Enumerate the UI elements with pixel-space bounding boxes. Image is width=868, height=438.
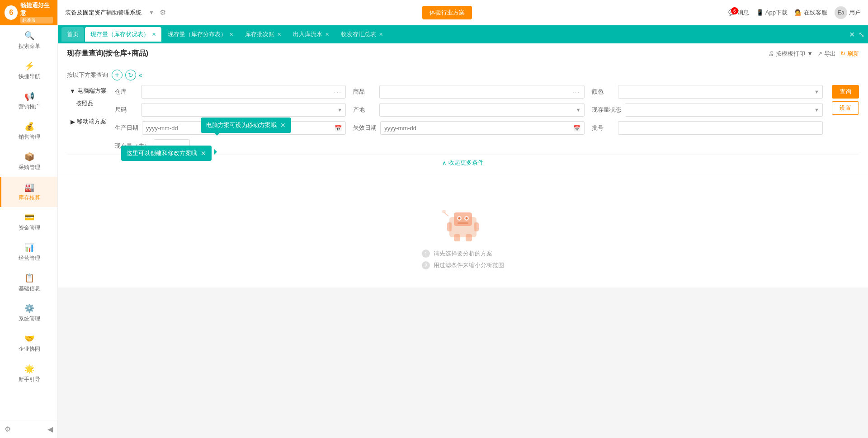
- color-label: 颜色: [592, 88, 614, 96]
- sidebar-item-system[interactable]: ⚙️ 系统管理: [0, 298, 57, 328]
- dots-icon: ···: [572, 88, 580, 95]
- add-scheme-btn[interactable]: +: [112, 70, 123, 80]
- empty-tips: 1 请先选择要分析的方案 2 用过滤条件来缩小分析范围: [422, 250, 504, 269]
- batch-label: 批号: [592, 124, 614, 132]
- empty-tip-2: 2 用过滤条件来缩小分析范围: [422, 261, 504, 269]
- sidebar-item-newbie[interactable]: 🌟 新手引导: [0, 358, 57, 389]
- main-container: 装备及固定资产辅助管理系统 ▼ ⚙ 体验行业方案 💬 6 消息 📱 App下载 …: [58, 0, 868, 438]
- scheme-pc-item[interactable]: ▼ 电脑端方案: [67, 85, 109, 97]
- sidebar-item-marketing[interactable]: 📢 营销推广: [0, 86, 57, 116]
- refresh-scheme-btn[interactable]: ↻: [125, 70, 136, 80]
- sidebar-item-basic[interactable]: 📋 基础信息: [0, 268, 57, 298]
- stock-status-select[interactable]: [625, 103, 823, 117]
- filter-header-row: 按以下方案查询 + ↻ «: [67, 70, 859, 80]
- industry-btn[interactable]: 体验行业方案: [422, 6, 472, 19]
- tab-home-label: 首页: [67, 30, 79, 38]
- message-badge: 6: [731, 7, 738, 14]
- size-select-wrap: ▼: [141, 103, 346, 117]
- search-btn[interactable]: 查询: [832, 85, 859, 99]
- collapse-icon: ∧: [442, 160, 447, 166]
- scheme-mobile-label: 移动端方案: [77, 118, 106, 126]
- search-icon: 🔍: [24, 31, 34, 41]
- exp-date-input[interactable]: [384, 125, 570, 132]
- close-all-icon[interactable]: ✕: [849, 30, 855, 39]
- back-btn[interactable]: «: [139, 71, 142, 79]
- tab-label: 现存量（库存分布表）: [168, 30, 226, 38]
- arrow-icon: ▶: [71, 118, 75, 125]
- tab-batch-account[interactable]: 库存批次账 ✕: [240, 27, 287, 42]
- logo-text: 畅捷通好生意 标准版: [20, 2, 53, 24]
- expand-icon[interactable]: ⤡: [859, 30, 864, 39]
- field-batch: 批号: [592, 121, 823, 135]
- app-download-action[interactable]: 📱 App下载: [756, 9, 788, 17]
- scheme-mobile-item[interactable]: ▶ 移动端方案: [67, 116, 109, 127]
- tab-close-icon[interactable]: ✕: [152, 32, 156, 38]
- sidebar-item-label: 资金管理: [19, 224, 40, 232]
- sidebar-item-finance[interactable]: 💳 资金管理: [0, 207, 57, 237]
- goods-label: 商品: [353, 88, 376, 96]
- tab-label: 现存量（库存状况表）: [90, 30, 149, 38]
- tip-num-1: 1: [422, 250, 430, 258]
- size-select[interactable]: [141, 103, 346, 117]
- export-btn[interactable]: ↗ 导出: [817, 50, 836, 58]
- template-print-btn[interactable]: 🖨 按模板打印 ▼: [768, 50, 813, 58]
- settings-icon[interactable]: ⚙: [5, 425, 11, 433]
- dots-icon: ···: [334, 88, 342, 95]
- collapse-label: 收起更多条件: [448, 159, 484, 167]
- system-icon: ⚙️: [24, 303, 34, 313]
- sidebar-item-guide[interactable]: ⚡ 快捷导航: [0, 56, 57, 86]
- sidebar-item-inventory[interactable]: 🏭 库存核算: [0, 177, 57, 207]
- scheme-sub-item[interactable]: 按照品: [67, 98, 109, 109]
- page-header: 现存量查询(按仓库+商品) 🖨 按模板打印 ▼ ↗ 导出 ↻ 刷新: [58, 43, 868, 64]
- tab-in-out-flow[interactable]: 出入库流水 ✕: [288, 27, 335, 42]
- field-stock-status: 现存量状态 ▼: [592, 103, 823, 117]
- support-action[interactable]: 💁 在线客服: [795, 9, 827, 17]
- svg-point-4: [458, 217, 461, 220]
- message-badge-wrap: 💬 6: [728, 9, 736, 16]
- tab-receive-summary[interactable]: 收发存汇总表 ✕: [335, 27, 388, 42]
- batch-input[interactable]: [618, 121, 823, 135]
- tab-close-icon[interactable]: ✕: [379, 32, 383, 38]
- reset-btn[interactable]: 设置: [832, 101, 859, 115]
- scheme-list: ▼ 电脑端方案 按照品 ▶ 移动端方案: [67, 85, 109, 127]
- tip-text-1: 请先选择要分析的方案: [434, 250, 492, 258]
- field-color: 颜色 ▼: [592, 85, 823, 99]
- filter-area: 按以下方案查询 + ↻ « 电脑方案可设为移动方案哦 ✕: [58, 64, 868, 176]
- refresh-btn[interactable]: ↻ 刷新: [840, 50, 859, 58]
- sidebar-item-operation[interactable]: 📊 经营管理: [0, 237, 57, 268]
- warehouse-input[interactable]: ···: [141, 85, 346, 99]
- calendar-icon[interactable]: 📅: [335, 125, 342, 132]
- user-label: 用户: [849, 9, 861, 17]
- settings-icon[interactable]: ⚙: [160, 8, 166, 17]
- app-icon: 📱: [756, 9, 764, 16]
- tab-inventory-dist[interactable]: 现存量（库存分布表） ✕: [162, 27, 239, 42]
- tab-inventory-status[interactable]: 现存量（库存状况表） ✕: [85, 27, 161, 42]
- message-label: 消息: [737, 9, 749, 17]
- tab-close-icon[interactable]: ✕: [229, 32, 233, 38]
- sidebar-item-purchase[interactable]: 📦 采购管理: [0, 146, 57, 177]
- size-label: 尺码: [115, 106, 137, 114]
- collapse-sidebar-icon[interactable]: ◀: [47, 425, 53, 433]
- finance-icon: 💳: [24, 212, 34, 222]
- tab-close-icon[interactable]: ✕: [277, 32, 281, 38]
- exp-date-input-wrap[interactable]: 📅: [380, 121, 584, 135]
- color-select[interactable]: [618, 85, 823, 99]
- warehouse-label: 仓库: [115, 88, 137, 96]
- message-action[interactable]: 💬 6 消息: [728, 9, 749, 17]
- goods-input[interactable]: ···: [379, 85, 584, 99]
- tooltip-close-icon[interactable]: ✕: [201, 150, 206, 157]
- user-action[interactable]: Ea 用户: [835, 6, 861, 19]
- tooltip-close-icon[interactable]: ✕: [280, 122, 286, 129]
- basic-icon: 📋: [24, 273, 34, 283]
- tab-close-icon[interactable]: ✕: [325, 32, 329, 38]
- sidebar-item-collab[interactable]: 🤝 企业协同: [0, 328, 57, 358]
- stock-status-label: 现存量状态: [592, 106, 621, 114]
- field-exp-date: 失效日期 📅: [353, 121, 584, 135]
- sidebar-item-sales[interactable]: 💰 销售管理: [0, 116, 57, 146]
- dropdown-icon: ▼: [807, 50, 813, 57]
- sidebar-item-search[interactable]: 🔍 搜索菜单: [0, 25, 57, 56]
- field-origin: 产地 ▼: [353, 103, 584, 117]
- origin-select[interactable]: [379, 103, 584, 117]
- tab-home[interactable]: 首页: [61, 27, 84, 42]
- calendar-icon[interactable]: 📅: [573, 125, 580, 132]
